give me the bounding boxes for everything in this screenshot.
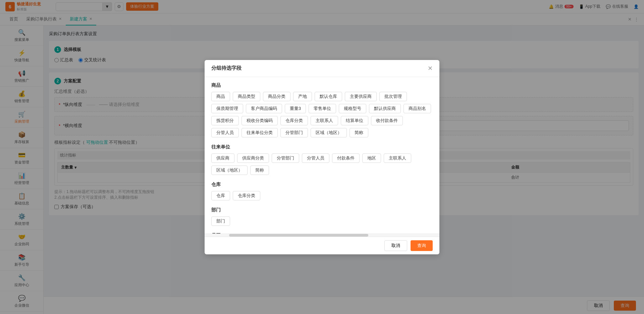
field-tag-0-18[interactable]: 结算单位 [341, 116, 368, 125]
field-tag-3-0[interactable]: 部门 [211, 216, 230, 226]
modal-cancel-button[interactable]: 取消 [384, 240, 407, 251]
field-tag-0-9[interactable]: 重量3 [285, 104, 306, 113]
field-tag-1-6[interactable]: 主联系人 [384, 153, 411, 163]
field-tag-0-14[interactable]: 拣货积分 [211, 116, 239, 125]
field-tag-0-21[interactable]: 往来单位分类 [241, 128, 278, 137]
field-tag-1-0[interactable]: 供应商 [211, 153, 234, 163]
field-tag-0-22[interactable]: 分管部门 [280, 128, 308, 137]
field-tag-0-6[interactable]: 批次管理 [379, 92, 407, 101]
field-tag-0-3[interactable]: 产地 [293, 92, 312, 101]
field-tag-0-19[interactable]: 收付款条件 [371, 116, 403, 125]
field-tag-0-5[interactable]: 主要供应商 [345, 92, 377, 101]
modal-overlay: 分组待选字段 ✕ 商品商品商品类型商品分类产地默认仓库主要供应商批次管理保质期管… [0, 0, 644, 314]
field-tags-2: 仓库仓库分类 [211, 191, 433, 200]
field-tags-0: 商品商品类型商品分类产地默认仓库主要供应商批次管理保质期管理客户商品编码重量3零… [211, 92, 433, 137]
field-tags-1: 供应商供应商分类分管部门分管人员付款条件地区主联系人区域（地区）简称 [211, 153, 433, 175]
field-tag-1-8[interactable]: 简称 [250, 166, 269, 175]
modal-footer: 取消 查询 [205, 237, 439, 254]
field-tag-0-4[interactable]: 默认仓库 [315, 92, 342, 101]
field-tag-0-23[interactable]: 区域（地区） [311, 128, 347, 137]
field-group-1: 往来单位供应商供应商分类分管部门分管人员付款条件地区主联系人区域（地区）简称 [211, 144, 433, 175]
field-tag-0-11[interactable]: 规格型号 [339, 104, 366, 113]
field-tag-2-0[interactable]: 仓库 [211, 191, 230, 200]
field-group-2: 仓库仓库仓库分类 [211, 182, 433, 200]
field-tag-1-7[interactable]: 区域（地区） [211, 166, 248, 175]
modal-title: 分组待选字段 [211, 65, 241, 71]
modal-close-icon[interactable]: ✕ [428, 65, 433, 72]
field-tag-1-3[interactable]: 分管人员 [302, 153, 329, 163]
field-tags-3: 部门 [211, 216, 433, 226]
field-tag-0-13[interactable]: 商品别名 [404, 104, 431, 113]
field-tag-0-10[interactable]: 零售单位 [309, 104, 336, 113]
modal-header: 分组待选字段 ✕ [205, 60, 439, 77]
field-group-3: 部门部门 [211, 207, 433, 226]
field-tag-0-17[interactable]: 主联系人 [311, 116, 338, 125]
modal-horizontal-scrollbar[interactable] [205, 234, 439, 237]
field-tag-1-5[interactable]: 地区 [362, 153, 381, 163]
field-tag-1-2[interactable]: 分管部门 [272, 153, 299, 163]
field-group-title-1: 往来单位 [211, 144, 433, 150]
hscroll-thumb[interactable] [229, 234, 368, 237]
field-tag-0-16[interactable]: 仓库分类 [280, 116, 308, 125]
modal: 分组待选字段 ✕ 商品商品商品类型商品分类产地默认仓库主要供应商批次管理保质期管… [205, 60, 439, 254]
modal-body: 商品商品商品类型商品分类产地默认仓库主要供应商批次管理保质期管理客户商品编码重量… [205, 77, 439, 234]
field-group-title-2: 仓库 [211, 182, 433, 188]
field-group-title-0: 商品 [211, 82, 433, 88]
field-tag-0-24[interactable]: 简称 [350, 128, 368, 137]
field-tag-0-15[interactable]: 税收分类编码 [241, 116, 278, 125]
field-tag-2-1[interactable]: 仓库分类 [233, 191, 260, 200]
field-group-0: 商品商品商品类型商品分类产地默认仓库主要供应商批次管理保质期管理客户商品编码重量… [211, 82, 433, 137]
field-tag-0-20[interactable]: 分管人员 [211, 128, 239, 137]
field-tag-0-2[interactable]: 商品分类 [263, 92, 290, 101]
field-group-title-3: 部门 [211, 207, 433, 213]
field-tag-0-12[interactable]: 默认供应商 [369, 104, 401, 113]
field-tag-1-1[interactable]: 供应商分类 [237, 153, 269, 163]
field-tag-0-1[interactable]: 商品类型 [233, 92, 260, 101]
field-tag-0-7[interactable]: 保质期管理 [211, 104, 243, 113]
modal-confirm-button[interactable]: 查询 [411, 240, 433, 251]
field-tag-0-8[interactable]: 客户商品编码 [246, 104, 282, 113]
field-tag-0-0[interactable]: 商品 [211, 92, 230, 101]
field-tag-1-4[interactable]: 付款条件 [332, 153, 360, 163]
